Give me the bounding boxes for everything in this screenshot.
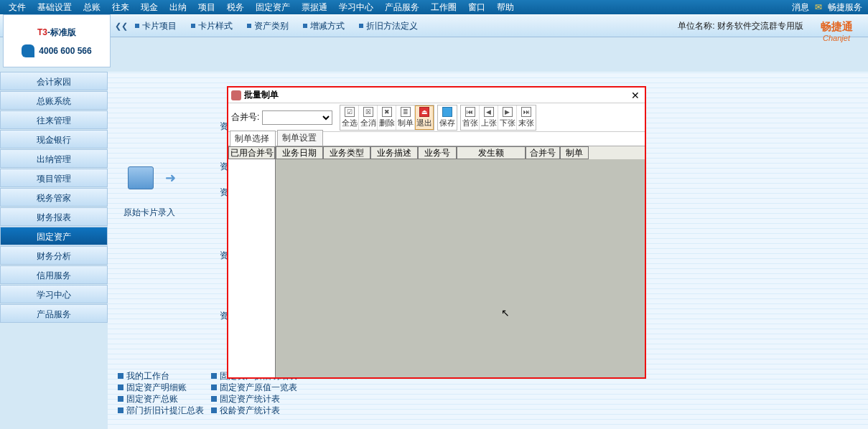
column-header[interactable]: 业务日期 — [276, 146, 323, 159]
toolbar-button-全消[interactable]: ☒全消 — [359, 105, 378, 130]
menu-item[interactable]: 产品服务 — [379, 0, 425, 15]
toolbar-button-首张[interactable]: ⏮首张 — [461, 105, 480, 130]
sidebar-item[interactable]: 信用服务 — [0, 265, 108, 284]
grid-header-row: 业务日期业务类型业务描述业务号发生额合并号制单 — [276, 146, 645, 159]
sidebar-item[interactable]: 会计家园 — [0, 72, 108, 90]
column-header[interactable]: 业务描述 — [370, 146, 418, 159]
report-link[interactable]: 我的工作台 — [118, 370, 211, 382]
column-header[interactable]: 合并号 — [526, 146, 560, 159]
sidebar-item[interactable]: 往来管理 — [0, 110, 108, 129]
toolbar-button-保存[interactable]: 保存 — [438, 105, 457, 130]
product-logo: T3-标准版 4006 600 566 — [3, 14, 111, 67]
menu-item[interactable]: 出纳 — [164, 0, 192, 15]
report-link[interactable]: 役龄资产统计表 — [211, 405, 304, 416]
column-header[interactable]: 发生额 — [457, 146, 526, 159]
bullet-icon — [118, 396, 123, 402]
menu-item[interactable]: 项目 — [192, 0, 221, 15]
bullet-icon — [135, 24, 139, 28]
subbar-item[interactable]: 折旧方法定义 — [352, 20, 425, 32]
merge-no-select[interactable] — [262, 110, 332, 125]
chevron-left-icon[interactable]: ❮❮ — [115, 22, 128, 31]
card-entry-icon[interactable] — [128, 166, 154, 189]
bullet-icon — [211, 385, 217, 390]
support-phone: 4006 600 566 — [39, 46, 91, 56]
report-link[interactable]: 部门折旧计提汇总表 — [118, 405, 211, 416]
sidebar-item[interactable]: 项目管理 — [0, 169, 108, 187]
subbar-item[interactable]: 卡片项目 — [128, 20, 184, 32]
dialog-title-text: 批量制单 — [244, 89, 279, 101]
flow-step-label: 原始卡片录入 — [123, 207, 175, 219]
sidebar-item[interactable]: 总账系统 — [0, 91, 108, 110]
toolbar-button-下张[interactable]: ▶下张 — [498, 105, 517, 130]
sidebar-item[interactable]: 出纳管理 — [0, 149, 108, 168]
bullet-icon — [118, 373, 123, 379]
toolbar-button-末张[interactable]: ⏭末张 — [517, 105, 536, 130]
dialog-titlebar: 批量制单 ✕ — [228, 88, 645, 103]
arrow-right-icon: ➜ — [165, 170, 176, 186]
toolbar-button-删除[interactable]: ✖删除 — [378, 105, 396, 130]
sidebar-item[interactable]: 财务报表 — [0, 207, 108, 226]
menu-item[interactable]: 税务 — [221, 0, 250, 15]
sidebar-item[interactable]: 学习中心 — [0, 285, 108, 303]
sidebar-item[interactable]: 产品服务 — [0, 304, 108, 323]
menu-right-item[interactable]: 畅捷服务 — [822, 0, 868, 15]
toolbar-button-制单[interactable]: ≣制单 — [396, 105, 415, 130]
report-link[interactable]: 固定资产明细账 — [118, 382, 211, 393]
menu-item[interactable]: 现金 — [135, 0, 164, 15]
used-merge-column: 已用合并号 — [228, 146, 276, 377]
menu-item[interactable]: 总账 — [78, 0, 106, 15]
menu-item[interactable]: 帮助 — [491, 0, 520, 15]
toolbar-button-上张[interactable]: ◀上张 — [480, 105, 498, 130]
bullet-icon — [211, 373, 217, 379]
mail-icon: ✉ — [815, 2, 822, 12]
menu-item[interactable]: 基础设置 — [32, 0, 78, 15]
subbar-item[interactable]: 卡片样式 — [184, 20, 240, 32]
grid-body[interactable] — [276, 159, 645, 377]
tab-voucher-select[interactable]: 制单选择 — [230, 131, 276, 146]
subbar-item[interactable]: 资产类别 — [240, 20, 296, 32]
column-header[interactable]: 业务号 — [418, 146, 457, 159]
sidebar-item[interactable]: 财务分析 — [0, 246, 108, 265]
left-nav: 会计家园总账系统往来管理现金银行出纳管理项目管理税务管家财务报表固定资产财务分析… — [0, 72, 108, 324]
bullet-icon — [118, 385, 123, 390]
bullet-icon — [211, 396, 217, 402]
dialog-tabs: 制单选择 制单设置 — [228, 132, 645, 146]
main-menu-bar: 文件 基础设置 总账 往来 现金 出纳 项目 税务 固定资产 票据通 学习中心 … — [0, 0, 868, 14]
menu-item[interactable]: 文件 — [3, 0, 32, 15]
menu-item[interactable]: 工作圈 — [425, 0, 462, 15]
bullet-icon — [303, 24, 307, 28]
used-merge-header: 已用合并号 — [228, 146, 275, 159]
batch-voucher-dialog: 批量制单 ✕ 合并号: ☑全选☒全消✖删除≣制单⏏退出保存⏮首张◀上张▶下张⏭末… — [227, 86, 646, 379]
menu-item[interactable]: 往来 — [106, 0, 135, 15]
column-header[interactable]: 制单 — [560, 146, 589, 159]
unit-name-label: 单位名称: 财务软件交流群专用版 — [678, 20, 803, 32]
bullet-icon — [247, 24, 251, 28]
flow-step: ➜ — [128, 166, 187, 189]
dialog-icon — [231, 90, 241, 100]
bullet-icon — [211, 407, 217, 413]
tab-voucher-settings[interactable]: 制单设置 — [277, 130, 323, 146]
dialog-toolbar: 合并号: ☑全选☒全消✖删除≣制单⏏退出保存⏮首张◀上张▶下张⏭末张 — [228, 103, 645, 132]
close-icon[interactable]: ✕ — [629, 90, 642, 101]
subbar-item[interactable]: 增减方式 — [296, 20, 352, 32]
menu-right-item[interactable]: 消息 — [786, 0, 815, 15]
menu-item[interactable]: 固定资产 — [250, 0, 296, 15]
sub-toolbar: ❮❮ 卡片项目 卡片样式 资产类别 增减方式 折旧方法定义 单位名称: 财务软件… — [0, 14, 868, 37]
toolbar-button-退出[interactable]: ⏏退出 — [415, 105, 434, 130]
sidebar-item[interactable]: 现金银行 — [0, 130, 108, 148]
phone-icon — [22, 44, 34, 57]
menu-item[interactable]: 窗口 — [462, 0, 491, 15]
bullet-icon — [359, 24, 363, 28]
chanjet-logo: 畅捷通 Chanjet — [811, 20, 862, 42]
mouse-cursor-icon: ↖ — [501, 307, 510, 319]
report-link[interactable]: 固定资产统计表 — [211, 393, 304, 405]
column-header[interactable]: 业务类型 — [323, 146, 370, 159]
sidebar-item[interactable]: 税务管家 — [0, 188, 108, 207]
toolbar-button-全选[interactable]: ☑全选 — [340, 105, 359, 130]
menu-item[interactable]: 票据通 — [296, 0, 333, 15]
sidebar-item[interactable]: 固定资产 — [0, 227, 108, 245]
report-link[interactable]: 固定资产原值一览表 — [211, 382, 304, 393]
bullet-icon — [191, 24, 195, 28]
report-link[interactable]: 固定资产总账 — [118, 393, 211, 405]
menu-item[interactable]: 学习中心 — [333, 0, 379, 15]
